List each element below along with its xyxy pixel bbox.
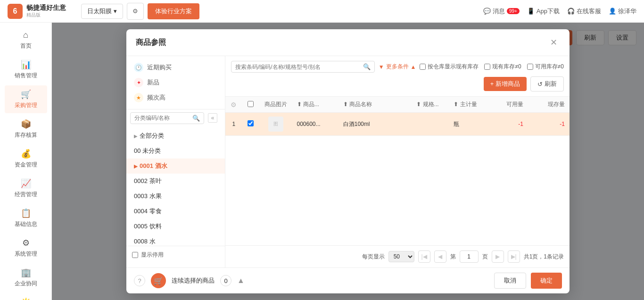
app-download-label: App下载 xyxy=(537,7,560,16)
arrow-icon: ▶ xyxy=(134,133,138,139)
filter-options: 按仓库显示现有库存 现有库存≠0 可用库存≠0 xyxy=(420,63,564,71)
sidebar-item-enterprise[interactable]: 🏢 企业协同 xyxy=(5,264,47,292)
sidebar-item-operations-label: 经营管理 xyxy=(15,191,37,199)
table-settings-icon[interactable]: ⚙ xyxy=(231,101,237,108)
category-item-0004[interactable]: 0004 零食 xyxy=(126,204,225,219)
modal-toolbar: 🔍 ▼ 更多条件 ▲ 按仓库显示现有库存 xyxy=(225,56,570,97)
sidebar-item-finance[interactable]: 💰 资金管理 xyxy=(5,145,47,173)
page-unit: 页 xyxy=(482,253,488,261)
logo-text: 畅捷通好生意 xyxy=(26,4,66,12)
last-page-button[interactable]: ▶| xyxy=(508,250,520,263)
sidebar-item-sales[interactable]: 📊 销售管理 xyxy=(5,56,47,83)
product-image: 图 xyxy=(268,117,283,132)
filter-warehouse-label[interactable]: 按仓库显示现有库存 xyxy=(420,63,479,71)
home-icon: ⌂ xyxy=(23,30,28,40)
modal-close-button[interactable]: ✕ xyxy=(547,36,560,49)
sidebar-item-home[interactable]: ⌂ 首页 xyxy=(5,26,47,54)
show-disabled-wrap: 显示停用 xyxy=(126,246,225,264)
category-item-0001[interactable]: ▶ 0001 酒水 xyxy=(126,158,225,174)
filter-available-label[interactable]: 可用库存≠0 xyxy=(527,63,564,71)
confirm-button[interactable]: 确定 xyxy=(531,273,562,289)
next-page-button[interactable]: ▶ xyxy=(492,250,504,263)
category-item-all[interactable]: ▶ 全部分类 xyxy=(126,128,225,143)
message-icon: 💬 xyxy=(483,8,491,15)
product-search-input[interactable] xyxy=(235,64,361,70)
table-row[interactable]: 1 图 000600... 白酒100ml xyxy=(225,113,570,136)
filter-available-text: 可用库存≠0 xyxy=(535,63,564,71)
sidebar-item-system[interactable]: ⚙ 系统管理 xyxy=(5,234,47,262)
refresh-icon: ↺ xyxy=(537,81,543,88)
col-code-header[interactable]: ⬆ 商品... xyxy=(292,97,339,113)
online-service-item[interactable]: 🎧 在线客服 xyxy=(567,7,601,16)
show-disabled-checkbox[interactable] xyxy=(132,252,138,258)
page-number-input[interactable] xyxy=(460,250,479,263)
col-spec-header[interactable]: ⬆ 规格... xyxy=(412,97,449,113)
first-page-button[interactable]: |◀ xyxy=(418,250,430,263)
sidebar-item-purchase-label: 采购管理 xyxy=(15,101,37,109)
category-item-0002[interactable]: 0002 茶叶 xyxy=(126,174,225,189)
filter-available-checkbox[interactable] xyxy=(527,64,533,70)
col-img-label: 商品图片 xyxy=(264,101,287,108)
quick-link-recent[interactable]: 🕐 近期购买 xyxy=(130,60,221,75)
sales-icon: 📊 xyxy=(21,59,31,70)
app-download-item[interactable]: 📱 App下载 xyxy=(527,7,560,16)
nav-selector[interactable]: 日太阳膜 ▾ xyxy=(81,4,123,19)
category-item-00[interactable]: 00 未分类 xyxy=(126,143,225,158)
nav-right: 💬 消息 99+ 📱 App下载 🎧 在线客服 👤 徐泽华 xyxy=(483,7,636,16)
filter-current-stock-label[interactable]: 现有库存≠0 xyxy=(484,63,521,71)
sidebar-item-basics[interactable]: 📋 基础信息 xyxy=(5,204,47,232)
footer-collapse-icon[interactable]: ▲ xyxy=(237,276,245,285)
select-all-checkbox[interactable] xyxy=(248,101,254,107)
quick-link-frequent-label: 频次高 xyxy=(147,93,165,102)
quick-link-frequent[interactable]: ★ 频次高 xyxy=(130,90,221,105)
sidebar: ⌂ 首页 📊 销售管理 🛒 采购管理 📦 库存核算 💰 资金管理 📈 经营管理 … xyxy=(0,23,52,300)
category-search-input[interactable] xyxy=(134,115,190,121)
category-item-0005[interactable]: 0005 饮料 xyxy=(126,219,225,234)
page-size-select[interactable]: 50 100 200 xyxy=(388,251,414,262)
sidebar-item-purchase[interactable]: 🛒 采购管理 xyxy=(5,85,47,113)
sidebar-item-basics-label: 基础信息 xyxy=(15,220,37,228)
avatar-icon: 👤 xyxy=(609,8,616,15)
quick-link-new[interactable]: ✦ 新品 xyxy=(130,75,221,90)
cart-icon[interactable]: 🛒 xyxy=(151,273,166,288)
col-name-sort-icon: ⬆ xyxy=(343,101,349,108)
user-profile-item[interactable]: 👤 徐泽华 xyxy=(609,7,636,16)
refresh-product-button[interactable]: ↺ 刷新 xyxy=(530,76,564,92)
freq-icon: ★ xyxy=(134,93,143,102)
selected-count-badge: 0 xyxy=(220,275,231,286)
filter-current-stock-checkbox[interactable] xyxy=(484,64,490,70)
continuous-label: 连续选择的商品 xyxy=(172,276,215,285)
category-item-0002-label: 0002 茶叶 xyxy=(134,177,162,185)
settings-nav-button[interactable]: ⚙ xyxy=(127,3,144,20)
col-name-header[interactable]: ⬆ 商品名称 xyxy=(339,97,412,113)
product-search-icon[interactable]: 🔍 xyxy=(363,63,371,70)
logo-icon: 6 xyxy=(8,4,23,19)
sidebar-item-newbie[interactable]: 🌟 新手引导 xyxy=(5,293,47,300)
sidebar-item-inventory[interactable]: 📦 库存核算 xyxy=(5,115,47,143)
messages-nav-item[interactable]: 💬 消息 99+ xyxy=(483,7,520,16)
modal-footer: ? 🛒 连续选择的商品 0 ▲ 取消 确定 xyxy=(126,267,570,293)
col-unit-header[interactable]: ⬆ 主计量 xyxy=(449,97,486,113)
sidebar-item-operations[interactable]: 📈 经营管理 xyxy=(5,175,47,202)
product-table-area: ⚙ 商品图片 xyxy=(225,97,570,245)
row-checkbox[interactable] xyxy=(248,120,254,126)
system-icon: ⚙ xyxy=(22,238,30,248)
active-arrow-icon: ▶ xyxy=(134,164,138,169)
filter-warehouse-checkbox[interactable] xyxy=(420,64,426,70)
modal-body: 🕐 近期购买 ✦ 新品 ★ 频次高 xyxy=(126,56,570,267)
cancel-button[interactable]: 取消 xyxy=(494,273,526,289)
add-product-button[interactable]: + 新增商品 xyxy=(484,77,527,91)
main-content: 查询 刷新 设置 商品参照 ✕ xyxy=(52,23,644,300)
category-search-icon[interactable]: 🔍 xyxy=(192,115,200,122)
category-item-0003[interactable]: 0003 水果 xyxy=(126,189,225,204)
category-item-0008[interactable]: 0008 水 xyxy=(126,234,225,246)
more-filters-button[interactable]: ▼ 更多条件 ▲ xyxy=(379,63,416,71)
show-disabled-label: 显示停用 xyxy=(141,251,164,259)
finance-icon: 💰 xyxy=(21,149,31,159)
experience-btn[interactable]: 体验行业方案 xyxy=(148,3,199,19)
help-button[interactable]: ? xyxy=(134,275,145,286)
refresh-label: 刷新 xyxy=(545,80,557,88)
prev-page-button[interactable]: ◀ xyxy=(434,250,446,263)
collapse-panel-button[interactable]: « xyxy=(208,113,217,123)
main-layout: ⌂ 首页 📊 销售管理 🛒 采购管理 📦 库存核算 💰 资金管理 📈 经营管理 … xyxy=(0,23,644,300)
